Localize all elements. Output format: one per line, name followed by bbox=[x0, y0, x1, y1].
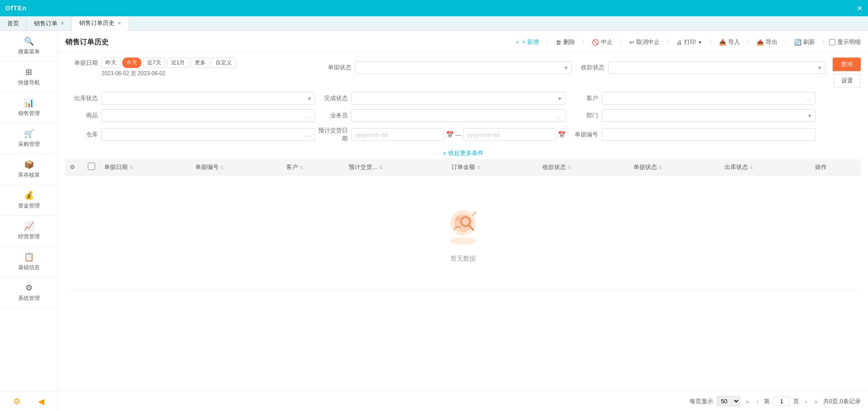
empty-state: 暂无数据 bbox=[65, 175, 861, 290]
settings-bottom-icon[interactable]: ⚙ bbox=[13, 396, 20, 406]
order-number-input[interactable] bbox=[602, 128, 815, 141]
new-button[interactable]: ＋ + 新增 bbox=[512, 36, 542, 48]
sidebar-item-operations[interactable]: 📈 经营管理 bbox=[0, 216, 58, 247]
data-table: ⚙ 单据日期 ⇅ 单据编号 ⇅ bbox=[65, 159, 861, 290]
product-input[interactable]: ... bbox=[101, 109, 315, 122]
th-number-label: 单据编号 bbox=[195, 164, 219, 170]
department-select[interactable]: ▾ bbox=[602, 109, 815, 122]
calendar-end-icon[interactable]: 📅 bbox=[558, 131, 566, 138]
per-page-select[interactable]: 10 20 50 100 bbox=[717, 396, 740, 406]
display-detail-checkbox-wrapper[interactable]: 显示明细 bbox=[829, 38, 861, 46]
sidebar-inventory-label: 库存核算 bbox=[18, 171, 40, 179]
table-gear-icon[interactable]: ⚙ bbox=[70, 164, 75, 170]
sidebar-item-basic-info[interactable]: 📋 基础信息 bbox=[0, 247, 58, 277]
expected-date-start[interactable]: yyyy-mm-dd bbox=[351, 128, 444, 141]
sidebar-item-nav[interactable]: ⊞ 快捷导航 bbox=[0, 62, 58, 92]
date-7days-btn[interactable]: 近7天 bbox=[143, 58, 165, 68]
date-more-btn[interactable]: 更多 bbox=[191, 58, 210, 68]
cancel-stop-button[interactable]: ↩ 取消中止 bbox=[627, 36, 662, 48]
prev-page-button[interactable]: ‹ bbox=[755, 397, 761, 406]
stop-button[interactable]: 🚫 中止 bbox=[589, 36, 615, 48]
th-expected-delivery: 预计交货... ⇅ bbox=[344, 159, 447, 175]
tab-home[interactable]: 首页 bbox=[0, 16, 27, 30]
first-page-button[interactable]: « bbox=[744, 397, 751, 406]
sort-delivery-icon[interactable]: ⇅ bbox=[749, 165, 753, 170]
select-all-checkbox[interactable] bbox=[88, 163, 95, 170]
tab-sales-order-history-close[interactable]: ✕ bbox=[117, 20, 121, 26]
import-label: 导入 bbox=[728, 38, 740, 46]
sidebar-finance-label: 资金管理 bbox=[18, 202, 40, 210]
order-status-select[interactable]: ▾ bbox=[355, 61, 572, 74]
delivery-status-select[interactable]: ▾ bbox=[101, 92, 315, 105]
sort-number-icon[interactable]: ⇅ bbox=[220, 165, 224, 170]
import-button[interactable]: 📥 导入 bbox=[716, 36, 743, 48]
tab-sales-order[interactable]: 销售订单 ✕ bbox=[27, 16, 72, 30]
department-filter-item: 部门 ▾ bbox=[566, 109, 815, 122]
payment-status-label: 收款状态 bbox=[572, 63, 608, 72]
refresh-button[interactable]: 🔄 刷新 bbox=[791, 36, 818, 48]
customer-input[interactable]: ... bbox=[602, 92, 815, 105]
warehouse-dots: ... bbox=[306, 131, 311, 138]
date-today-btn[interactable]: 今天 bbox=[122, 58, 141, 68]
sort-order-status-icon[interactable]: ⇅ bbox=[658, 165, 662, 170]
collapse-row[interactable]: ∧ 收起更多条件 bbox=[65, 147, 861, 159]
divider-8 bbox=[823, 39, 824, 45]
collapse-sidebar-icon[interactable]: ◀ bbox=[38, 396, 44, 406]
window-close-button[interactable]: ✕ bbox=[857, 4, 863, 13]
empty-illustration bbox=[441, 203, 486, 248]
sidebar: 🔍 搜索菜单 ⊞ 快捷导航 📊 销售管理 🛒 采购管理 📦 库存核算 💰 资金管… bbox=[0, 31, 58, 411]
warehouse-input[interactable]: ... bbox=[101, 128, 315, 141]
cancel-stop-icon: ↩ bbox=[629, 39, 634, 46]
calendar-start-icon[interactable]: 📅 bbox=[446, 131, 454, 138]
th-delivery-status-label: 出库状态 bbox=[724, 164, 748, 170]
empty-icon bbox=[441, 203, 486, 249]
date-1month-btn[interactable]: 近1月 bbox=[167, 58, 189, 68]
warehouse-label: 仓库 bbox=[65, 131, 101, 139]
sidebar-bottom: ⚙ ◀ bbox=[0, 392, 58, 411]
next-page-button[interactable]: › bbox=[803, 397, 809, 406]
sidebar-item-finance[interactable]: 💰 资金管理 bbox=[0, 185, 58, 216]
basic-info-icon: 📋 bbox=[24, 252, 34, 262]
sidebar-item-system[interactable]: ⚙ 系统管理 bbox=[0, 277, 58, 308]
completion-status-select[interactable]: ▾ bbox=[351, 92, 565, 105]
page-number-input[interactable] bbox=[773, 396, 790, 406]
print-button[interactable]: 🖨 打印 ▼ bbox=[674, 36, 705, 48]
sort-payment-icon[interactable]: ⇅ bbox=[568, 165, 571, 170]
order-number-label: 单据编号 bbox=[566, 131, 602, 139]
sort-date-icon[interactable]: ⇅ bbox=[129, 165, 133, 170]
sidebar-item-purchase[interactable]: 🛒 采购管理 bbox=[0, 123, 58, 154]
th-payment-status-label: 收款状态 bbox=[542, 164, 566, 170]
salesperson-control: ... bbox=[351, 109, 565, 122]
salesperson-input[interactable]: ... bbox=[351, 109, 565, 122]
last-page-button[interactable]: » bbox=[812, 397, 820, 406]
tab-sales-order-history[interactable]: 销售订单历史 ✕ bbox=[72, 16, 129, 31]
page-header: 销售订单历史 ＋ + 新增 🗑 删除 🚫 中止 ↩ bbox=[58, 31, 868, 52]
tab-sales-order-close[interactable]: ✕ bbox=[60, 20, 64, 26]
sort-amount-icon[interactable]: ⇅ bbox=[477, 165, 480, 170]
divider-2 bbox=[583, 39, 584, 45]
th-customer: 客户 ⇅ bbox=[282, 159, 344, 175]
filter-settings-button[interactable]: 设置 bbox=[834, 74, 861, 87]
date-yesterday-btn[interactable]: 昨天 bbox=[101, 58, 120, 68]
sidebar-item-inventory[interactable]: 📦 库存核算 bbox=[0, 154, 58, 185]
display-detail-checkbox[interactable] bbox=[829, 39, 835, 45]
sort-expected-icon[interactable]: ⇅ bbox=[379, 165, 383, 170]
payment-status-select[interactable]: ▾ bbox=[608, 61, 825, 74]
sidebar-item-search[interactable]: 🔍 搜索菜单 bbox=[0, 31, 58, 62]
date-custom-btn[interactable]: 自定义 bbox=[211, 58, 236, 68]
delete-button[interactable]: 🗑 删除 bbox=[553, 36, 578, 48]
query-button[interactable]: 查询 bbox=[833, 58, 861, 71]
search-icon: 🔍 bbox=[24, 36, 34, 46]
delivery-status-control: ▾ bbox=[101, 92, 315, 105]
app-logo: OfTEn bbox=[5, 5, 27, 12]
th-checkbox bbox=[83, 159, 100, 175]
department-label: 部门 bbox=[566, 111, 602, 120]
expected-date-end[interactable]: yyyy-mm-dd bbox=[463, 128, 556, 141]
tab-home-label: 首页 bbox=[7, 19, 19, 28]
tabs-bar: 首页 销售订单 ✕ 销售订单历史 ✕ bbox=[0, 16, 868, 31]
sidebar-sales-label: 销售管理 bbox=[18, 110, 40, 117]
sidebar-item-sales[interactable]: 📊 销售管理 bbox=[0, 92, 58, 123]
export-button[interactable]: 📤 导出 bbox=[754, 36, 780, 48]
sort-customer-icon[interactable]: ⇅ bbox=[299, 165, 303, 170]
stop-icon: 🚫 bbox=[592, 39, 599, 46]
